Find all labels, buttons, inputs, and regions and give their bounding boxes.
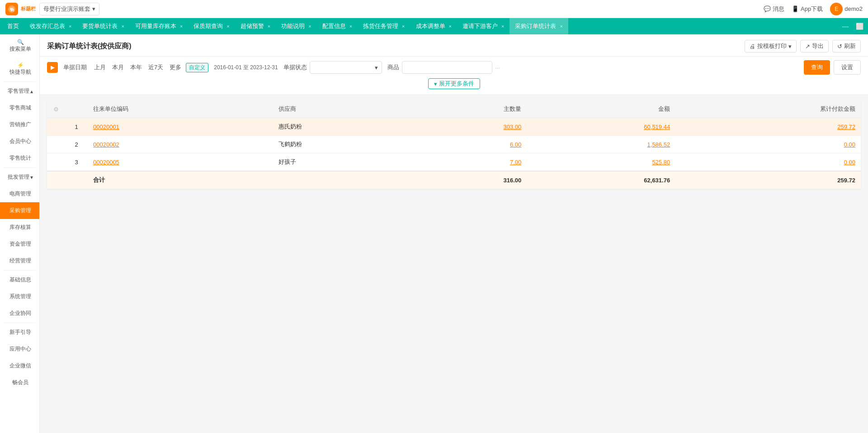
tab-config-info-label: 配置信息	[322, 22, 346, 30]
row3-supplier: 好孩子	[273, 153, 411, 171]
tab-home-label: 首页	[7, 22, 19, 30]
tab-invite-downstream[interactable]: 邀请下游客户 ×	[457, 18, 509, 34]
sidebar-wholesale-mgmt-label: 批发管理	[8, 173, 29, 181]
tab-home[interactable]: 首页	[2, 18, 24, 34]
tab-invite-downstream-close[interactable]: ×	[501, 24, 504, 29]
tab-function-desc-close[interactable]: ×	[308, 24, 311, 29]
tab-pick-task-close[interactable]: ×	[402, 24, 405, 29]
row1-unit-code[interactable]: 00020001	[88, 118, 273, 136]
sidebar-item-enterprise-collab[interactable]: 企业协同	[0, 305, 39, 322]
svg-text:畅: 畅	[10, 7, 14, 12]
tab-config-info[interactable]: 配置信息 ×	[317, 18, 358, 34]
tab-config-info-close[interactable]: ×	[349, 24, 352, 29]
status-select[interactable]: ▾	[310, 61, 382, 74]
sidebar-item-search[interactable]: 🔍 搜索菜单	[0, 34, 39, 57]
message-btn[interactable]: 💬 消息	[764, 5, 784, 13]
sidebar-item-basic-info[interactable]: 基础信息	[0, 271, 39, 288]
col-settings[interactable]: ⚙	[47, 100, 65, 118]
refresh-button[interactable]: ↺ 刷新	[832, 40, 861, 52]
export-button[interactable]: ↗ 导出	[800, 40, 829, 52]
sidebar-item-ecommerce-mgmt[interactable]: 电商管理	[0, 186, 39, 202]
user-avatar-btn[interactable]: E demo2	[830, 3, 863, 15]
workspace-selector[interactable]: 母婴行业演示账套 ▾	[39, 3, 99, 15]
sidebar-item-member-card[interactable]: 畅会员	[0, 374, 39, 391]
sidebar-item-wholesale-mgmt[interactable]: 批发管理 ▾	[0, 169, 39, 186]
search-button[interactable]: 查询	[804, 60, 830, 75]
goods-filter-field: 商品 ···	[387, 61, 500, 74]
sidebar-item-retail-stat[interactable]: 零售统计	[0, 150, 39, 167]
row3-unit-code[interactable]: 00020005	[88, 153, 273, 171]
shortcut-last-month[interactable]: 上月	[92, 62, 108, 72]
tab-order-stat-close[interactable]: ×	[121, 24, 124, 29]
row3-amount[interactable]: 525.80	[527, 153, 675, 171]
sidebar-item-app-center[interactable]: 应用中心	[0, 341, 39, 357]
row3-qty[interactable]: 7.00	[411, 153, 527, 171]
tab-pick-task[interactable]: 拣货任务管理 ×	[358, 18, 410, 34]
row1-amount[interactable]: 60,519.44	[527, 118, 675, 136]
tab-cost-adjust[interactable]: 成本调整单 ×	[410, 18, 457, 34]
nav-maximize-btn[interactable]: ⬜	[853, 22, 866, 31]
settings-col-icon[interactable]: ⚙	[53, 106, 59, 113]
sidebar-item-retail-mgmt[interactable]: 零售管理 ▴	[0, 83, 39, 100]
row3-paid-amount[interactable]: 0.00	[675, 153, 861, 171]
tab-receive-send-close[interactable]: ×	[69, 24, 71, 29]
table-row: 2 00020002 飞鹤奶粉 6.00 1,586.52 0.00	[47, 136, 861, 153]
nav-minimize-btn[interactable]: —	[840, 22, 851, 31]
tab-shelf-life-close[interactable]: ×	[226, 24, 229, 29]
tab-receive-send[interactable]: 收发存汇总表 ×	[24, 18, 77, 34]
tab-cost-adjust-close[interactable]: ×	[449, 24, 452, 29]
col-supplier: 供应商	[273, 100, 411, 118]
tab-overstock-warning[interactable]: 超储预警 ×	[235, 18, 276, 34]
tab-available-stock-close[interactable]: ×	[180, 24, 183, 29]
tab-overstock-warning-close[interactable]: ×	[268, 24, 270, 29]
expand-more-btn[interactable]: ▾ 展开更多条件	[428, 78, 480, 89]
sidebar-item-inventory-check[interactable]: 库存核算	[0, 219, 39, 236]
tab-purchase-stat-label: 采购订单统计表	[515, 22, 556, 30]
tab-purchase-stat[interactable]: 采购订单统计表 ×	[509, 18, 568, 34]
settings-button[interactable]: 设置	[834, 60, 861, 75]
sidebar-item-system-mgmt[interactable]: 系统管理	[0, 288, 39, 305]
sidebar-item-retail-mall[interactable]: 零售商城	[0, 100, 39, 116]
sidebar-item-enterprise-wechat[interactable]: 企业微信	[0, 357, 39, 374]
sidebar-divider-4	[4, 323, 36, 323]
custom-date-tag[interactable]: 自定义	[186, 63, 208, 72]
filter-toggle-btn[interactable]: ▶	[47, 62, 58, 73]
template-print-button[interactable]: 🖨 按模板打印 ▾	[745, 40, 797, 52]
sidebar-item-finance-mgmt[interactable]: 资金管理	[0, 236, 39, 252]
nav-tab-end: — ⬜	[840, 22, 866, 31]
sidebar-item-quick-nav[interactable]: ⚡ 快捷导航	[0, 57, 39, 81]
sidebar-item-member-center[interactable]: 会员中心	[0, 133, 39, 150]
sidebar-item-marketing[interactable]: 营销推广	[0, 116, 39, 133]
row1-qty[interactable]: 303.00	[411, 118, 527, 136]
sidebar-search-label: 搜索菜单	[3, 45, 38, 53]
tab-available-stock[interactable]: 可用量库存账本 ×	[130, 18, 188, 34]
workspace-label: 母婴行业演示账套	[43, 5, 90, 13]
date-shortcuts: 上月 本月 本年 近7天 更多 自定义	[92, 62, 208, 72]
goods-filter-more-icon[interactable]: ···	[495, 64, 500, 71]
app-download-btn[interactable]: 📱 App下载	[792, 5, 823, 13]
row2-amount[interactable]: 1,586.52	[527, 136, 675, 153]
shortcut-this-year[interactable]: 本年	[128, 62, 144, 72]
tab-shelf-life[interactable]: 保质期查询 ×	[188, 18, 235, 34]
row3-settings	[47, 153, 65, 171]
message-icon: 💬	[764, 5, 771, 12]
sidebar-item-new-guide[interactable]: 新手引导	[0, 324, 39, 341]
sidebar-divider-1	[4, 81, 36, 82]
sidebar-item-operation-mgmt[interactable]: 经营管理	[0, 252, 39, 269]
shortcut-7days[interactable]: 近7天	[146, 62, 165, 72]
row2-paid-amount[interactable]: 0.00	[675, 136, 861, 153]
tab-order-stat[interactable]: 要货单统计表 ×	[77, 18, 129, 34]
row2-qty[interactable]: 6.00	[411, 136, 527, 153]
shortcut-this-month[interactable]: 本月	[110, 62, 126, 72]
top-bar: 畅 标题栏 母婴行业演示账套 ▾ 💬 消息 📱 App下载 E demo2	[0, 0, 868, 18]
row2-unit-code[interactable]: 00020002	[88, 136, 273, 153]
sidebar-item-purchase-mgmt[interactable]: 采购管理	[0, 202, 39, 219]
tab-function-desc[interactable]: 功能说明 ×	[276, 18, 316, 34]
shortcut-more[interactable]: 更多	[168, 62, 183, 72]
sidebar-divider-2	[4, 167, 36, 168]
refresh-label: 刷新	[844, 42, 856, 50]
footer-paid-amount: 259.72	[675, 171, 861, 189]
row1-paid-amount[interactable]: 259.72	[675, 118, 861, 136]
goods-filter-input[interactable]	[402, 61, 492, 74]
tab-purchase-stat-close[interactable]: ×	[560, 24, 562, 29]
